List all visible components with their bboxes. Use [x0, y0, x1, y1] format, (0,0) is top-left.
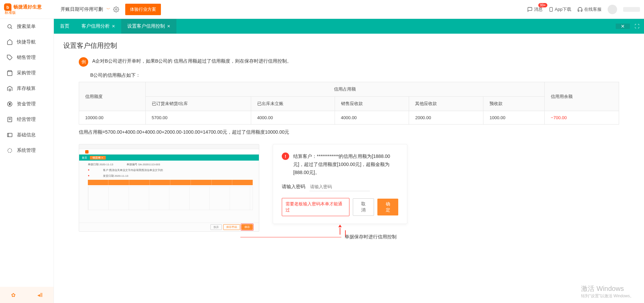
mini-tab-home: 首页: [79, 156, 90, 160]
close-all-tabs-icon[interactable]: ✕: [616, 24, 630, 29]
th-occupy: 信用占用额: [145, 82, 545, 97]
close-icon[interactable]: ✕: [112, 24, 115, 29]
close-icon[interactable]: ✕: [167, 24, 170, 29]
app-download-label: App下载: [555, 6, 571, 12]
sidebar-item-search[interactable]: 搜索菜单: [0, 19, 54, 34]
search-icon: [7, 24, 13, 30]
warning-icon: !: [282, 153, 289, 160]
online-service-button[interactable]: 在线客服: [577, 6, 602, 12]
sidebar-item-system[interactable]: 系统管理: [0, 143, 54, 158]
tab-credit-analysis[interactable]: 客户信用分析 ✕: [75, 19, 121, 34]
sidebar: 搜索菜单 快捷导航 销售管理 采购管理 库存核算 ¥ 资金管理 经营管理 基础信: [0, 19, 54, 303]
mini-deliver-label: 发货日期: [103, 174, 114, 177]
user-name-placeholder: [623, 7, 640, 12]
collapse-icon[interactable]: ◂Ⅱ: [37, 292, 43, 298]
red-connector-line: [340, 228, 340, 235]
messages-button[interactable]: 消息 99+: [527, 6, 543, 12]
svg-text:¥: ¥: [9, 103, 11, 106]
arrow-up-icon: [338, 225, 342, 227]
svg-point-0: [115, 8, 117, 10]
mini-deliver-val: 2020-11-13: [114, 174, 128, 177]
cell-balance: −700.00: [545, 111, 619, 125]
mini-screenshot: 首页 销货单 × 单据日期 2020-11-13 单据编号 SA-2020111…: [79, 144, 259, 232]
page-title: 设置客户信用控制: [63, 41, 635, 50]
example-intro-text: A企对B公司进行开单时，如果B公司的 信用占用额超过了信用额度，则在保存时进行信…: [92, 58, 292, 64]
top-right-actions: 消息 99+ App下载 在线客服: [527, 5, 640, 14]
main-area: 首页 客户信用分析 ✕ 设置客户信用控制 ✕ ✕ ⛶ 设置客户信用控制 例 A企…: [54, 19, 644, 303]
report-icon: [7, 116, 13, 123]
sidebar-item-sales[interactable]: 销售管理: [0, 50, 54, 65]
tab-credit-control[interactable]: 设置客户信用控制 ✕: [121, 19, 176, 34]
th-col: 预收款: [483, 97, 545, 111]
credit-dialog: ! 结算客户：************的信用占用额为[1888.00元]，超过了…: [273, 144, 407, 224]
mini-cancel-button: 放弃: [210, 224, 222, 230]
message-icon: [527, 7, 533, 12]
fullscreen-icon[interactable]: ⛶: [630, 24, 644, 29]
home-icon: [7, 39, 13, 45]
top-bar: b 畅捷通好生意 标准版 开账日期可停用可删 ﹀ 体验行业方案 消息 99+ A…: [0, 0, 644, 19]
red-connector-line-h: [240, 237, 341, 238]
cell-val: 2000.00: [409, 111, 483, 125]
th-credit: 信用额度: [79, 82, 146, 111]
sidebar-item-label: 经营管理: [17, 116, 36, 123]
boss-password-note: 需要老板输入密码本单才能通过: [282, 198, 349, 216]
mini-date-label: 单据日期: [88, 163, 99, 166]
bag-icon: [7, 70, 13, 76]
caption-text: 单据保存时进行信用控制: [345, 234, 397, 240]
sidebar-bottom-bar: ✿ ◂Ⅱ: [0, 287, 54, 303]
mini-savedraft-button: 保存草稿: [223, 224, 240, 230]
mini-cust-val: 携清信关单业文字内容有限携清信单业文字的: [109, 169, 163, 172]
settings-icon[interactable]: ✿: [11, 292, 15, 298]
layers-icon: [7, 132, 13, 138]
th-col: 已订货未销货/出库: [145, 97, 251, 111]
example-subtext: B公司的信用额占如下：: [90, 72, 619, 78]
th-col: 已出库未立账: [251, 97, 335, 111]
th-balance: 信用用余额: [545, 82, 619, 111]
info-panel: 例 A企对B公司进行开单时，如果B公司的 信用占用额超过了信用额度，则在保存时进…: [63, 56, 635, 250]
password-label: 请输入密码: [282, 184, 305, 190]
tag-icon: [7, 55, 13, 61]
messages-badge: 99+: [538, 3, 547, 7]
dialog-cancel-button[interactable]: 取消: [353, 198, 374, 216]
app-download-button[interactable]: App下载: [549, 6, 571, 12]
svg-point-14: [8, 148, 12, 153]
cell-val: 5700.00: [145, 111, 251, 125]
mini-no-label: 单据编号: [127, 163, 137, 166]
svg-rect-12: [7, 133, 12, 137]
gear-icon[interactable]: [113, 6, 119, 12]
sidebar-item-label: 快捷导航: [17, 39, 36, 45]
cell-val: 1000.00: [483, 111, 545, 125]
sidebar-item-basicinfo[interactable]: 基础信息: [0, 127, 54, 143]
sync-icon: [7, 147, 13, 154]
dialog-confirm-button[interactable]: 确定: [377, 199, 398, 215]
sidebar-item-operation[interactable]: 经营管理: [0, 112, 54, 127]
sidebar-item-funds[interactable]: ¥ 资金管理: [0, 96, 54, 112]
sidebar-item-label: 资金管理: [17, 101, 36, 107]
logo-area: b 畅捷通好生意 标准版: [4, 3, 54, 15]
brand-name: 畅捷通好生意: [13, 4, 42, 10]
example-bullet-icon: 例: [79, 57, 88, 67]
sidebar-item-quicknav[interactable]: 快捷导航: [0, 34, 54, 50]
credit-table: 信用额度 信用占用额 信用用余额 已订货未销货/出库 已出库未立账 销售应收款 …: [79, 82, 619, 125]
password-input[interactable]: [309, 182, 370, 191]
table-row: 10000.00 5700.00 4000.00 4000.00 2000.00…: [79, 111, 619, 125]
tab-label: 设置客户信用控制: [127, 23, 165, 29]
sidebar-item-inventory[interactable]: 库存核算: [0, 81, 54, 96]
content-scroll[interactable]: 设置客户信用控制 例 A企对B公司进行开单时，如果B公司的 信用占用额超过了信用…: [54, 34, 644, 303]
tab-home[interactable]: 首页: [54, 19, 75, 34]
experience-plan-button[interactable]: 体验行业方案: [125, 4, 161, 15]
warehouse-icon: [7, 86, 13, 92]
avatar[interactable]: [608, 5, 617, 14]
sidebar-item-label: 销售管理: [17, 55, 36, 61]
brand-subtitle: 标准版: [5, 10, 16, 15]
headset-icon: [577, 7, 583, 12]
svg-line-4: [11, 28, 12, 29]
sidebar-item-label: 采购管理: [17, 70, 36, 76]
sidebar-item-purchase[interactable]: 采购管理: [0, 65, 54, 81]
tab-label: 首页: [60, 23, 69, 29]
mini-save-button: 保存: [241, 224, 253, 230]
sidebar-item-label: 基础信息: [17, 132, 36, 138]
account-selector[interactable]: 开账日期可停用可删 ﹀: [61, 6, 110, 12]
dialog-message: 结算客户：************的信用占用额为[1888.00元]，超过了信用…: [293, 153, 398, 176]
sidebar-item-label: 搜索菜单: [17, 24, 36, 30]
